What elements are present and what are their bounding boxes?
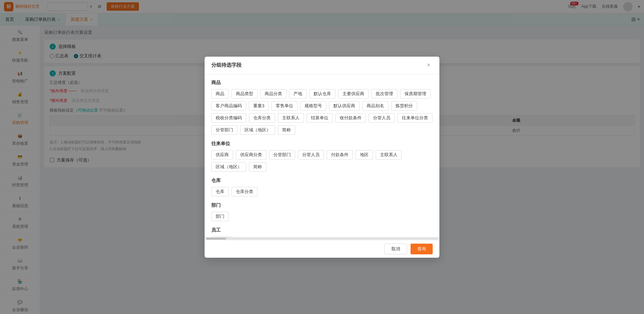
- field-chip[interactable]: 地区: [356, 150, 373, 160]
- field-chip[interactable]: 收付款条件: [335, 113, 366, 123]
- partner-chips: 供应商供应商分类分管部门分管人员付款条件地区主联系人区域（地区）简称: [211, 150, 433, 172]
- field-chip[interactable]: 主联系人: [376, 150, 402, 160]
- hscroll-track: [206, 238, 438, 240]
- field-chip[interactable]: 默认供应商: [329, 101, 360, 111]
- field-chip[interactable]: 往来单位分类: [397, 113, 432, 123]
- modal-body: 商品 商品商品类型商品分类产地默认仓库主要供应商批次管理保质期管理客户商品编码重…: [205, 74, 439, 237]
- field-chip[interactable]: 仓库分类: [231, 187, 258, 196]
- field-chip[interactable]: 批次管理: [371, 89, 397, 99]
- field-chip[interactable]: 客户商品编码: [211, 101, 246, 111]
- section-goods-title: 商品: [211, 80, 433, 86]
- field-chip[interactable]: 分管部门: [211, 125, 237, 135]
- field-chip[interactable]: 分管人员: [298, 150, 324, 160]
- modal-header: 分组待选字段 ×: [205, 57, 439, 74]
- modal-cancel-button[interactable]: 取消: [384, 244, 407, 254]
- field-chip[interactable]: 保质期管理: [400, 89, 431, 99]
- section-partner-title: 往来单位: [211, 141, 433, 147]
- section-dept: 部门 部门: [211, 202, 433, 221]
- field-chip[interactable]: 主联系人: [278, 113, 304, 123]
- field-chip[interactable]: 仓库: [211, 187, 229, 196]
- hscroll-thumb: [206, 238, 226, 240]
- field-select-modal: 分组待选字段 × 商品 商品商品类型商品分类产地默认仓库主要供应商批次管理保质期…: [205, 57, 439, 258]
- field-chip[interactable]: 规格型号: [300, 101, 326, 111]
- modal-confirm-button[interactable]: 查询: [411, 244, 433, 254]
- field-chip[interactable]: 部门: [211, 212, 229, 221]
- section-goods: 商品 商品商品类型商品分类产地默认仓库主要供应商批次管理保质期管理客户商品编码重…: [211, 80, 433, 135]
- field-chip[interactable]: 主要供应商: [338, 89, 369, 99]
- field-chip[interactable]: 商品别名: [362, 101, 388, 111]
- dept-chips: 部门: [211, 212, 433, 221]
- modal-title: 分组待选字段: [211, 62, 241, 68]
- field-chip[interactable]: 简称: [278, 125, 295, 135]
- field-chip[interactable]: 税收分类编码: [211, 113, 246, 123]
- field-chip[interactable]: 重量3: [249, 101, 269, 111]
- section-staff: 员工 业务员: [211, 227, 433, 237]
- modal-footer: 取消 查询: [205, 240, 439, 258]
- section-staff-title: 员工: [211, 227, 433, 233]
- section-partner: 往来单位 供应商供应商分类分管部门分管人员付款条件地区主联系人区域（地区）简称: [211, 141, 433, 172]
- modal-hscroll[interactable]: [205, 237, 439, 240]
- field-chip[interactable]: 简称: [249, 162, 266, 172]
- field-chip[interactable]: 商品分类: [260, 89, 286, 99]
- field-chip[interactable]: 区域（地区）: [240, 125, 275, 135]
- section-dept-title: 部门: [211, 202, 433, 208]
- goods-chips: 商品商品类型商品分类产地默认仓库主要供应商批次管理保质期管理客户商品编码重量3零…: [211, 89, 433, 135]
- section-warehouse-title: 仓库: [211, 178, 433, 184]
- warehouse-chips: 仓库仓库分类: [211, 187, 433, 196]
- field-chip[interactable]: 仓库分类: [249, 113, 275, 123]
- field-chip[interactable]: 结算单位: [307, 113, 333, 123]
- field-chip[interactable]: 区域（地区）: [211, 162, 246, 172]
- field-chip[interactable]: 零售单位: [271, 101, 298, 111]
- field-chip[interactable]: 商品类型: [231, 89, 258, 99]
- field-chip[interactable]: 商品: [211, 89, 229, 99]
- field-chip[interactable]: 分管人员: [369, 113, 395, 123]
- section-warehouse: 仓库 仓库仓库分类: [211, 178, 433, 196]
- field-chip[interactable]: 默认仓库: [309, 89, 335, 99]
- field-chip[interactable]: 付款条件: [327, 150, 353, 160]
- field-chip[interactable]: 供应商分类: [236, 150, 266, 160]
- modal-close-button[interactable]: ×: [425, 61, 433, 69]
- field-chip[interactable]: 产地: [289, 89, 307, 99]
- field-chip[interactable]: 供应商: [211, 150, 233, 160]
- field-chip[interactable]: 炼货积分: [391, 101, 417, 111]
- field-chip[interactable]: 分管部门: [269, 150, 295, 160]
